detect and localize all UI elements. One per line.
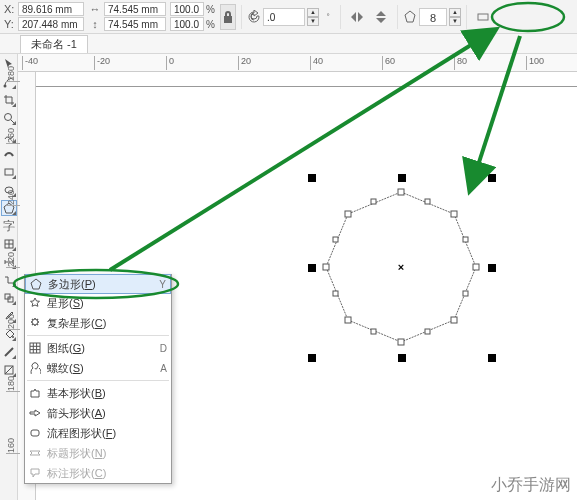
grid-icon <box>27 342 43 354</box>
y-position-input[interactable]: 207.448 mm <box>18 17 84 31</box>
lock-icon <box>223 10 233 24</box>
ruler-tick: 20 <box>238 56 251 70</box>
rectangle-tool[interactable] <box>1 164 17 180</box>
svg-rect-35 <box>30 343 40 353</box>
flyout-item-label: 星形(S) <box>47 296 84 311</box>
svg-rect-30 <box>371 329 376 334</box>
spin-down-icon[interactable]: ▼ <box>449 17 461 26</box>
percent-label-y: % <box>206 19 216 30</box>
flyout-item-star[interactable]: 星形(S) <box>25 293 171 313</box>
ruler-tick: 200 <box>6 314 20 330</box>
ruler-tick: 180 <box>6 376 20 392</box>
spin-down-icon[interactable]: ▼ <box>307 17 319 26</box>
svg-point-3 <box>4 114 11 121</box>
horizontal-ruler[interactable]: -40-20020406080100120140 <box>18 54 577 72</box>
mirror-v-button[interactable] <box>370 6 392 28</box>
separator <box>466 5 467 29</box>
selection-handle-sw[interactable] <box>308 354 316 362</box>
sides-spinner[interactable]: ▲ ▼ <box>449 8 461 26</box>
mirror-v-icon <box>374 10 388 24</box>
width-icon: ↔ <box>88 2 102 16</box>
x-label: X: <box>4 3 16 15</box>
arrow-icon <box>27 407 43 419</box>
svg-rect-20 <box>473 264 479 270</box>
height-icon: ↕ <box>88 17 102 31</box>
cstar-icon <box>27 317 43 329</box>
mirror-h-button[interactable] <box>346 6 368 28</box>
degree-icon: ° <box>321 10 335 24</box>
tab-strip: 未命名 -1 <box>0 34 577 54</box>
rotation-spinner[interactable]: ▲ ▼ <box>307 8 319 26</box>
width-input[interactable]: 74.545 mm <box>104 2 166 16</box>
flyout-item-basic[interactable]: 基本形状(B) <box>25 383 171 403</box>
svg-rect-28 <box>463 291 468 296</box>
spin-up-icon[interactable]: ▲ <box>307 8 319 17</box>
selection-handle-se[interactable] <box>488 354 496 362</box>
selection-handle-s[interactable] <box>398 354 406 362</box>
document-tab[interactable]: 未命名 -1 <box>20 35 88 53</box>
svg-rect-1 <box>478 14 488 20</box>
svg-marker-0 <box>405 11 415 22</box>
separator <box>241 5 242 29</box>
rotation-input[interactable]: .0 <box>263 8 305 26</box>
table-tool[interactable] <box>1 236 17 252</box>
outline-tool[interactable] <box>1 344 17 360</box>
svg-rect-25 <box>345 211 351 217</box>
flyout-item-arrow[interactable]: 箭头形状(A) <box>25 403 171 423</box>
selection-center[interactable]: × <box>396 262 406 272</box>
selection-handle-n[interactable] <box>398 174 406 182</box>
flyout-item-flow[interactable]: 流程图形状(F) <box>25 423 171 443</box>
flyout-item-cstar[interactable]: 复杂星形(C) <box>25 313 171 333</box>
svg-rect-31 <box>333 291 338 296</box>
callout-icon <box>27 467 43 479</box>
flyout-shortcut: Y <box>159 279 166 290</box>
scale-group: 100.0 % 100.0 % <box>170 2 216 31</box>
flyout-item-polygon[interactable]: 多边形(P)Y <box>25 274 171 294</box>
svg-rect-33 <box>371 199 376 204</box>
spin-up-icon[interactable]: ▲ <box>449 8 461 17</box>
lock-ratio-button[interactable] <box>220 4 236 30</box>
x-position-input[interactable]: 89.616 mm <box>18 2 84 16</box>
position-group: X: 89.616 mm Y: 207.448 mm <box>4 2 84 31</box>
text-tool[interactable]: 字 <box>1 218 17 234</box>
flyout-shortcut: A <box>160 363 167 374</box>
ruler-tick: 160 <box>6 438 20 454</box>
scale-y-input[interactable]: 100.0 <box>170 17 204 31</box>
scale-x-input[interactable]: 100.0 <box>170 2 204 16</box>
flyout-item-callout: 标注形状(C) <box>25 463 171 483</box>
selection-handle-nw[interactable] <box>308 174 316 182</box>
ruler-tick: 40 <box>310 56 323 70</box>
svg-rect-29 <box>425 329 430 334</box>
separator <box>340 5 341 29</box>
ruler-tick: 240 <box>6 190 20 206</box>
polygon-sides-input[interactable]: 8 <box>419 8 447 26</box>
flyout-item-spiral[interactable]: 螺纹(S)A <box>25 358 171 378</box>
outline-options-button[interactable] <box>472 6 494 28</box>
ruler-tick: 100 <box>526 56 544 70</box>
height-input[interactable]: 74.545 mm <box>104 17 166 31</box>
zoom-tool[interactable] <box>1 110 17 126</box>
polygon-tool-flyout: 多边形(P)Y星形(S)复杂星形(C)图纸(G)D螺纹(S)A基本形状(B)箭头… <box>24 274 172 484</box>
crop-tool[interactable] <box>1 92 17 108</box>
flyout-item-label: 流程图形状(F) <box>47 426 116 441</box>
toolbox: 字 <box>0 54 18 500</box>
interactive-effects-tool[interactable] <box>1 290 17 306</box>
ruler-tick: -40 <box>22 56 38 70</box>
outline-icon <box>476 10 490 24</box>
polygon-sides-group: 8 ▲ ▼ <box>403 8 461 26</box>
percent-label-x: % <box>206 4 216 15</box>
property-bar: X: 89.616 mm Y: 207.448 mm ↔ 74.545 mm ↕… <box>0 0 577 34</box>
selection-handle-e[interactable] <box>488 264 496 272</box>
page-border <box>36 86 577 87</box>
flyout-item-label: 多边形(P) <box>48 277 96 292</box>
flyout-item-grid[interactable]: 图纸(G)D <box>25 338 171 358</box>
flyout-item-label: 复杂星形(C) <box>47 316 106 331</box>
ruler-tick: 0 <box>166 56 174 70</box>
connector-tool[interactable] <box>1 272 17 288</box>
spiral-icon <box>27 362 43 374</box>
svg-rect-5 <box>5 169 13 175</box>
artistic-media-tool[interactable] <box>1 146 17 162</box>
selection-handle-ne[interactable] <box>488 174 496 182</box>
rotate-icon <box>247 10 261 24</box>
selection-handle-w[interactable] <box>308 264 316 272</box>
